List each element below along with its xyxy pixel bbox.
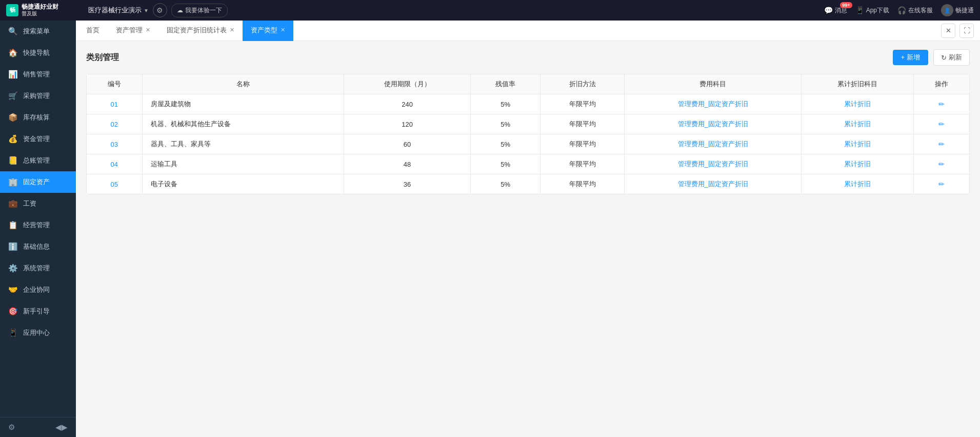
app-logo: 畅 畅捷通好业财 普及版 xyxy=(6,3,78,17)
edit-icon[interactable]: ✏ xyxy=(938,180,945,188)
cell-accumulated: 累计折旧 xyxy=(802,134,914,154)
col-method: 折旧方法 xyxy=(541,74,625,94)
tab-close-button[interactable]: ✕ xyxy=(941,24,955,38)
cell-residual: 5% xyxy=(471,94,541,114)
tab-expand-button[interactable]: ⛶ xyxy=(959,24,974,38)
settings-bottom-icon[interactable]: ⚙ xyxy=(8,423,15,432)
cell-expense: 管理费用_固定资产折旧 xyxy=(625,134,802,154)
cell-code: 01 xyxy=(87,94,143,114)
operations-icon: 📋 xyxy=(8,221,18,230)
cell-period: 48 xyxy=(344,154,471,174)
basic-info-icon: ℹ️ xyxy=(8,242,18,251)
edit-icon[interactable]: ✏ xyxy=(938,140,945,148)
enterprise-icon: 🤝 xyxy=(8,285,18,294)
tab-depreciation-table[interactable]: 固定资产折旧统计表 ✕ xyxy=(158,21,243,41)
cell-action: ✏ xyxy=(914,94,970,114)
cell-accumulated: 累计折旧 xyxy=(802,174,914,194)
sidebar-item-purchase[interactable]: 🛒 采购管理 xyxy=(0,85,76,107)
add-button[interactable]: + 新增 xyxy=(893,50,928,65)
sidebar-label-guide: 新手引导 xyxy=(23,307,50,316)
sidebar-item-enterprise[interactable]: 🤝 企业协同 xyxy=(0,279,76,301)
chevron-down-icon: ▼ xyxy=(144,8,149,13)
capital-icon: 💰 xyxy=(8,134,18,144)
search-icon: 🔍 xyxy=(8,27,18,36)
edit-icon[interactable]: ✏ xyxy=(938,120,945,128)
category-table: 编号 名称 使用期限（月） 残值率 折旧方法 费用科目 累计折旧科目 操作 01… xyxy=(86,74,970,194)
avatar: 👤 xyxy=(941,4,953,16)
tab-asset-type-label: 资产类型 xyxy=(251,26,277,35)
cell-action: ✏ xyxy=(914,114,970,134)
sidebar-label-system: 系统管理 xyxy=(23,264,50,273)
inventory-icon: 📦 xyxy=(8,113,18,122)
cell-action: ✏ xyxy=(914,134,970,154)
sidebar: 🔍 搜索菜单 🏠 快捷导航 📊 销售管理 🛒 采购管理 📦 库存核算 💰 资金管… xyxy=(0,21,76,437)
sidebar-label-fixed-assets: 固定资产 xyxy=(23,177,50,187)
sidebar-item-operations[interactable]: 📋 经营管理 xyxy=(0,214,76,236)
sidebar-item-search[interactable]: 🔍 搜索菜单 xyxy=(0,21,76,42)
cell-name: 运输工具 xyxy=(142,154,344,174)
cell-expense: 管理费用_固定资产折旧 xyxy=(625,114,802,134)
edit-icon[interactable]: ✏ xyxy=(938,160,945,168)
tab-asset-mgmt[interactable]: 资产管理 ✕ xyxy=(108,21,158,41)
app-download-label: App下载 xyxy=(866,6,889,15)
refresh-button[interactable]: ↻ 刷新 xyxy=(933,49,970,66)
message-button[interactable]: 💬 消息 99+ xyxy=(824,6,847,15)
sidebar-label-inventory: 库存核算 xyxy=(23,113,50,122)
sidebar-item-system[interactable]: ⚙️ 系统管理 xyxy=(0,257,76,279)
sales-icon: 📊 xyxy=(8,70,18,79)
logo-char: 畅 xyxy=(10,6,15,14)
guide-icon: 🎯 xyxy=(8,307,18,316)
cell-code: 03 xyxy=(87,134,143,154)
collapse-icon[interactable]: ◀▶ xyxy=(55,423,68,432)
edition-badge: 普及版 xyxy=(22,10,58,17)
sidebar-item-fixed-assets[interactable]: 🏢 固定资产 xyxy=(0,171,76,193)
cell-method: 年限平均 xyxy=(541,114,625,134)
page-actions: + 新增 ↻ 刷新 xyxy=(893,49,970,66)
user-menu[interactable]: 👤 畅捷通 xyxy=(941,4,974,16)
cell-action: ✏ xyxy=(914,154,970,174)
sidebar-item-ledger[interactable]: 📒 总账管理 xyxy=(0,150,76,171)
sidebar-item-payroll[interactable]: 💼 工资 xyxy=(0,193,76,214)
online-service-button[interactable]: 🎧 在线客服 xyxy=(897,6,933,15)
tab-depreciation-close[interactable]: ✕ xyxy=(230,27,234,33)
topbar: 畅 畅捷通好业财 普及版 医疗器械行业演示 ▼ ⚙ ☁ 我要体验一下 💬 消息 … xyxy=(0,0,980,21)
tab-home[interactable]: 首页 xyxy=(82,21,108,41)
sidebar-item-app-center[interactable]: 📱 应用中心 xyxy=(0,322,76,344)
app-download-button[interactable]: 📱 App下载 xyxy=(855,6,889,15)
table-row: 01 房屋及建筑物 240 5% 年限平均 管理费用_固定资产折旧 累计折旧 ✏ xyxy=(87,94,970,114)
sidebar-label-operations: 经营管理 xyxy=(23,221,50,230)
cell-residual: 5% xyxy=(471,154,541,174)
app-center-icon: 📱 xyxy=(8,328,18,337)
sidebar-item-basic-info[interactable]: ℹ️ 基础信息 xyxy=(0,236,76,257)
sidebar-item-quick-nav[interactable]: 🏠 快捷导航 xyxy=(0,42,76,64)
tab-asset-mgmt-close[interactable]: ✕ xyxy=(146,27,150,33)
sidebar-bottom: ⚙ ◀▶ xyxy=(0,417,76,437)
fixed-assets-icon: 🏢 xyxy=(8,177,18,187)
module-selector[interactable]: 医疗器械行业演示 ▼ xyxy=(88,6,149,15)
sidebar-item-sales[interactable]: 📊 销售管理 xyxy=(0,64,76,85)
ledger-icon: 📒 xyxy=(8,156,18,165)
tab-asset-type-close[interactable]: ✕ xyxy=(281,27,285,33)
notification-badge: 99+ xyxy=(840,2,852,8)
cell-method: 年限平均 xyxy=(541,134,625,154)
tab-asset-type[interactable]: 资产类型 ✕ xyxy=(243,21,293,41)
content-area: 首页 资产管理 ✕ 固定资产折旧统计表 ✕ 资产类型 ✕ ✕ ⛶ 类别管理 xyxy=(76,21,980,437)
cell-method: 年限平均 xyxy=(541,174,625,194)
cell-action: ✏ xyxy=(914,174,970,194)
sidebar-item-inventory[interactable]: 📦 库存核算 xyxy=(0,107,76,128)
col-period: 使用期限（月） xyxy=(344,74,471,94)
username: 畅捷通 xyxy=(955,6,974,15)
edit-icon[interactable]: ✏ xyxy=(938,100,945,108)
sidebar-label-basic-info: 基础信息 xyxy=(23,242,50,251)
cell-name: 机器、机械和其他生产设备 xyxy=(142,114,344,134)
experience-button[interactable]: ☁ 我要体验一下 xyxy=(171,4,228,17)
sidebar-label-ledger: 总账管理 xyxy=(23,156,50,165)
sidebar-item-capital[interactable]: 💰 资金管理 xyxy=(0,128,76,150)
sidebar-label-payroll: 工资 xyxy=(23,199,36,208)
sidebar-item-guide[interactable]: 🎯 新手引导 xyxy=(0,301,76,322)
settings-icon[interactable]: ⚙ xyxy=(153,3,167,17)
cell-residual: 5% xyxy=(471,114,541,134)
sidebar-label-app-center: 应用中心 xyxy=(23,328,50,337)
page-content: 类别管理 + 新增 ↻ 刷新 编号 名称 使用期限（月） 残值率 xyxy=(76,41,980,437)
purchase-icon: 🛒 xyxy=(8,91,18,101)
